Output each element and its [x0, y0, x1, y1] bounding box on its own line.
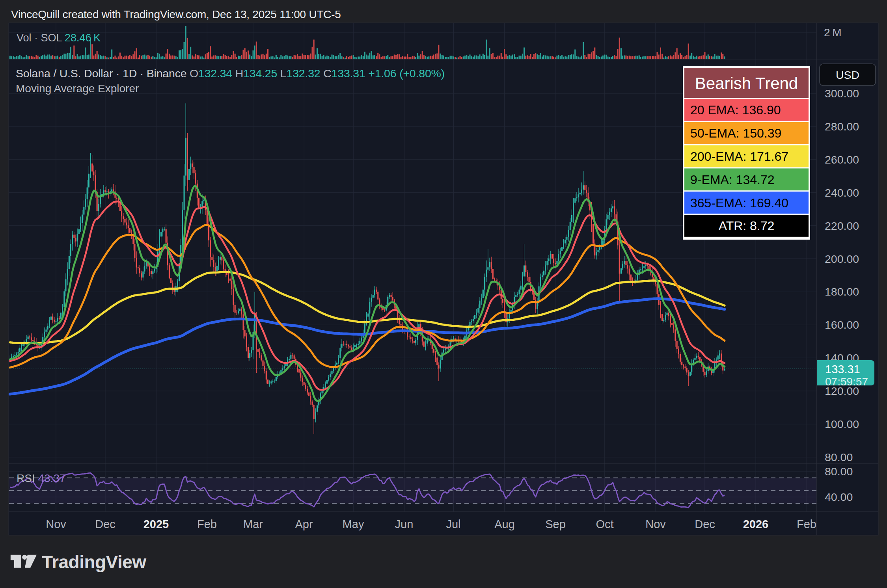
svg-text:200-EMA: 171.67: 200-EMA: 171.67: [690, 149, 788, 164]
svg-text:ATR: 8.72: ATR: 8.72: [719, 219, 775, 233]
svg-text:Bearish Trend: Bearish Trend: [695, 74, 798, 93]
svg-text:Apr: Apr: [295, 518, 313, 530]
svg-text:Sep: Sep: [545, 518, 566, 530]
svg-text:180.00: 180.00: [825, 285, 859, 298]
svg-text:160.00: 160.00: [825, 318, 859, 331]
svg-text:RSI 43.37: RSI 43.37: [17, 472, 66, 484]
svg-text:40.00: 40.00: [825, 491, 853, 503]
svg-text:Dec: Dec: [695, 518, 715, 530]
svg-text:2025: 2025: [143, 518, 169, 530]
svg-text:Solana / U.S. Dollar · 1D · Bi: Solana / U.S. Dollar · 1D · Binance O132…: [16, 67, 445, 80]
svg-text:VinceQuill created with Tradin: VinceQuill created with TradingView.com,…: [11, 8, 341, 20]
svg-text:365-EMA: 169.40: 365-EMA: 169.40: [690, 196, 788, 210]
svg-text:80.00: 80.00: [825, 451, 853, 463]
svg-text:Dec: Dec: [95, 518, 116, 530]
svg-text:Aug: Aug: [494, 518, 515, 530]
svg-text:Vol · SOL 28.46 K: Vol · SOL 28.46 K: [17, 32, 101, 44]
svg-text:TradingView: TradingView: [42, 552, 146, 572]
svg-text:May: May: [343, 518, 364, 530]
svg-text:133.31: 133.31: [825, 363, 860, 376]
svg-text:Jun: Jun: [395, 518, 414, 530]
svg-text:Nov: Nov: [645, 518, 666, 530]
svg-text:2026: 2026: [743, 518, 769, 530]
svg-text:Moving Average Explorer: Moving Average Explorer: [16, 82, 139, 95]
svg-text:80.00: 80.00: [825, 465, 853, 478]
svg-text:9-EMA: 134.72: 9-EMA: 134.72: [690, 173, 774, 187]
svg-text:100.00: 100.00: [825, 418, 859, 430]
svg-text:Jul: Jul: [446, 518, 460, 530]
svg-text:20 EMA: 136.90: 20 EMA: 136.90: [690, 103, 781, 117]
svg-text:Nov: Nov: [46, 518, 66, 530]
svg-text:280.00: 280.00: [825, 120, 859, 133]
svg-text:Mar: Mar: [243, 518, 263, 530]
svg-text:07:59:57: 07:59:57: [825, 376, 868, 388]
svg-text:2 M: 2 M: [824, 26, 842, 39]
svg-text:Feb: Feb: [797, 518, 816, 530]
svg-text:220.00: 220.00: [825, 220, 859, 232]
svg-text:300.00: 300.00: [825, 87, 859, 100]
svg-text:50-EMA: 150.39: 50-EMA: 150.39: [690, 126, 781, 140]
svg-text:260.00: 260.00: [825, 153, 859, 166]
svg-text:USD: USD: [836, 69, 859, 81]
svg-text:Oct: Oct: [596, 518, 613, 530]
svg-text:Feb: Feb: [197, 518, 217, 530]
svg-text:240.00: 240.00: [825, 186, 859, 199]
svg-text:200.00: 200.00: [825, 253, 859, 265]
